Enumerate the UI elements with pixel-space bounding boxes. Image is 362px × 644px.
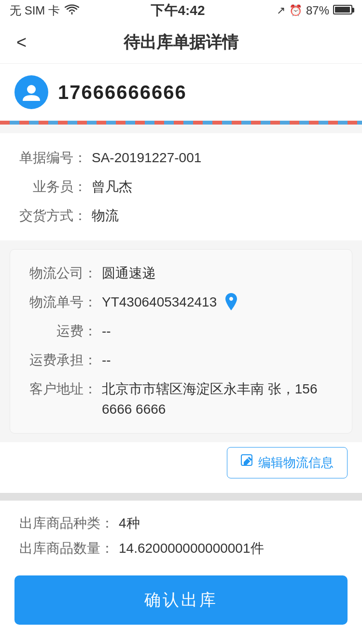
customer-avatar [14,75,48,109]
delivery-label: 交货方式： [19,206,87,226]
wifi-icon [65,4,79,17]
document-number-row: 单据编号： SA-20191227-001 [19,148,343,168]
salesperson-row: 业务员： 曾凡杰 [19,177,343,197]
product-summary-section: 出库商品种类： 4种 出库商品数量： 14.620000000000001件 [0,501,362,571]
document-number-label: 单据编号： [19,148,87,168]
section-separator [0,493,362,501]
customer-phone: 17666666666 [58,82,187,103]
tracking-number-value: YT4306405342413 [102,292,337,312]
logistics-company-row: 物流公司： 圆通速递 [25,263,337,283]
edit-icon [241,454,254,471]
logistics-company-label: 物流公司： [25,263,97,283]
dashed-divider [0,121,362,125]
page-title: 待出库单据详情 [124,31,238,54]
document-info-section: 单据编号： SA-20191227-001 业务员： 曾凡杰 交货方式： 物流 [0,133,362,240]
freight-value: -- [102,321,337,341]
location-status-icon: ↗ [277,4,285,17]
address-value: 北京市市辖区海淀区永丰南 张，156 6666 6666 [102,379,337,420]
freight-row: 运费： -- [25,321,337,341]
freight-bearer-label: 运费承担： [25,350,97,370]
product-type-label: 出库商品种类： [19,514,114,532]
alarm-icon: ⏰ [289,4,302,17]
document-number-value: SA-20191227-001 [92,148,343,168]
product-quantity-row: 出库商品数量： 14.620000000000001件 [19,539,343,558]
person-icon [21,82,42,103]
edit-btn-row: 编辑物流信息 [0,442,362,493]
product-type-row: 出库商品种类： 4种 [19,514,343,532]
address-row: 客户地址： 北京市市辖区海淀区永丰南 张，156 6666 6666 [25,379,337,420]
product-quantity-value: 14.620000000000001件 [119,539,264,558]
delivery-value: 物流 [92,206,343,226]
svg-point-0 [27,85,36,94]
map-pin-icon[interactable] [223,294,240,311]
battery-icon [333,4,352,17]
freight-bearer-row: 运费承担： -- [25,350,337,370]
edit-logistics-button[interactable]: 编辑物流信息 [227,447,348,478]
carrier-text: 无 SIM 卡 [10,3,60,18]
tracking-number-label: 物流单号： [25,292,97,312]
logistics-section: 物流公司： 圆通速递 物流单号： YT4306405342413 运费： -- … [10,249,352,434]
back-button[interactable]: < [12,28,31,57]
tracking-number-row: 物流单号： YT4306405342413 [25,292,337,312]
salesperson-label: 业务员： [19,177,87,197]
logistics-company-value: 圆通速递 [102,263,337,283]
freight-bearer-value: -- [102,350,337,370]
delivery-row: 交货方式： 物流 [19,206,343,226]
freight-label: 运费： [25,321,97,341]
confirm-outbound-button[interactable]: 确认出库 [14,575,348,625]
product-type-value: 4种 [119,514,140,532]
status-bar-time: 下午4:42 [151,1,205,20]
customer-header: 17666666666 [0,64,362,121]
address-label: 客户地址： [25,379,97,399]
status-bar: 无 SIM 卡 下午4:42 ↗ ⏰ 87% [0,0,362,21]
status-bar-left: 无 SIM 卡 [10,3,79,18]
confirm-btn-container: 确认出库 [0,566,362,644]
status-bar-right: ↗ ⏰ 87% [277,4,352,17]
battery-text: 87% [306,4,329,17]
salesperson-value: 曾凡杰 [92,177,343,197]
nav-bar: < 待出库单据详情 [0,21,362,64]
edit-logistics-label: 编辑物流信息 [258,454,334,471]
product-quantity-label: 出库商品数量： [19,539,114,558]
